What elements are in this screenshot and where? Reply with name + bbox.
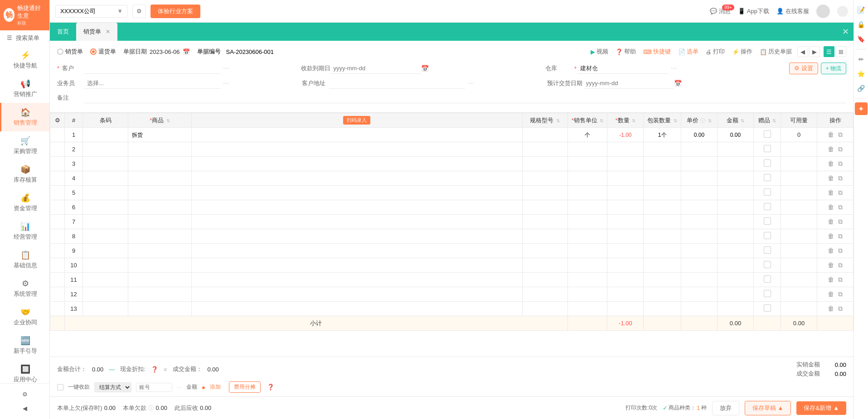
delete-btn-8[interactable]: 🗑 [826,247,835,254]
warehouse-dots[interactable]: ··· [668,64,679,72]
rt-bookmark-btn[interactable]: 🔖 [855,33,868,45]
list-view-btn[interactable]: ☰ [824,46,834,57]
cell-qty-9[interactable] [607,258,644,273]
rt-edit-btn[interactable]: ✏ [855,53,868,66]
cell-price-5[interactable] [681,200,718,215]
calc-method-select[interactable]: 结算方式 [94,382,131,392]
settings-btn[interactable]: ⚙ 设置 [789,63,818,74]
copy-btn-11[interactable]: ⧉ [837,290,844,298]
sidebar-item-purchase[interactable]: 🛒 采购管理 [0,131,49,160]
user-avatar[interactable] [816,5,830,18]
cell-amount-12[interactable] [718,302,754,316]
copy-btn-5[interactable]: ⧉ [837,203,844,211]
cell-price-10[interactable] [681,273,718,287]
rt-star-btn[interactable]: ⭐ [855,67,868,80]
copy-btn-4[interactable]: ⧉ [837,189,844,196]
cell-pkgqty-7[interactable] [644,229,681,244]
print-btn[interactable]: 🖨 打印 [704,47,727,57]
cell-unit-4[interactable] [567,186,607,200]
delete-btn-12[interactable]: 🗑 [826,305,835,312]
trial-button[interactable]: 体验行业方案 [150,5,200,18]
cell-barcode-7[interactable] [83,229,128,244]
cell-gift-4[interactable] [754,186,781,200]
next-btn[interactable]: ▶ [809,46,820,57]
discard-btn[interactable]: 放弃 [712,401,739,415]
cell-pkgqty-10[interactable] [644,273,681,287]
cell-barcode-5[interactable] [83,200,128,215]
cell-spec-11[interactable] [522,287,567,302]
cell-goods-8[interactable] [128,244,192,258]
cell-goods-5[interactable] [128,200,192,215]
topbar-gear-btn[interactable]: ⚙ [132,5,146,18]
cell-goods-12[interactable] [128,302,192,316]
delete-btn-11[interactable]: 🗑 [826,290,835,298]
cell-gift-10[interactable] [754,273,781,287]
prev-btn[interactable]: ◀ [797,46,808,57]
cell-barcode-2[interactable] [83,157,128,171]
cell-gift-7[interactable] [754,229,781,244]
select-btn[interactable]: 📄 选单 [676,47,700,57]
cell-unit-1[interactable] [567,142,607,157]
cell-spec-7[interactable] [522,229,567,244]
cell-barcode-0[interactable] [83,128,128,142]
cell-qty-12[interactable] [607,302,644,316]
cell-amount-10[interactable] [718,273,754,287]
cell-qty-10[interactable] [607,273,644,287]
sidebar-item-marketing[interactable]: 📢 营销推广 [0,74,49,103]
cell-barcode-8[interactable] [83,244,128,258]
salesman-input[interactable] [84,78,220,89]
customer-input[interactable] [84,63,220,74]
cell-pkgqty-11[interactable] [644,287,681,302]
cell-goods-4[interactable] [128,186,192,200]
doc-date-value[interactable]: 2023-06-06 [150,48,180,55]
cell-amount-7[interactable] [718,229,754,244]
video-btn[interactable]: ▶ 视频 [589,47,610,57]
grid-view-btn[interactable]: ⊞ [835,46,846,57]
salesman-dots[interactable]: ··· [220,79,232,87]
cell-spec-10[interactable] [522,273,567,287]
radio-sales[interactable]: 销货单 [57,48,83,56]
sidebar-item-quicknav[interactable]: ⚡ 快捷导航 [0,46,49,74]
history-btn[interactable]: 📋 历史单据 [758,47,794,57]
shortcut-btn[interactable]: ⌨ 快捷键 [641,47,673,57]
rt-link-btn[interactable]: 🔗 [855,82,868,95]
cell-spec-2[interactable] [522,157,567,171]
cell-unit-8[interactable] [567,244,607,258]
cell-gift-5[interactable] [754,200,781,215]
cell-pkgqty-2[interactable] [644,157,681,171]
save-draft-btn[interactable]: 保存草稿 ▲ [745,401,791,415]
cell-price-8[interactable] [681,244,718,258]
cell-qty-0[interactable] [607,128,644,142]
sidebar-item-operations[interactable]: 📊 经营管理 [0,217,49,246]
help-btn[interactable]: ❓ 帮助 [614,47,638,57]
cell-price-9[interactable] [681,258,718,273]
cell-spec-1[interactable] [522,142,567,157]
cell-barcode-10[interactable] [83,273,128,287]
add-amount-icon[interactable]: ● [202,384,205,391]
radio-return[interactable]: 退货单 [90,48,116,56]
cell-goods-7[interactable] [128,229,192,244]
payment-date-input[interactable] [330,63,421,74]
cell-unit-10[interactable] [567,273,607,287]
cell-unit-9[interactable] [567,258,607,273]
cell-goods-1[interactable] [128,142,192,157]
sidebar-item-system[interactable]: ⚙ 系统管理 [0,274,49,303]
cell-barcode-4[interactable] [83,186,128,200]
copy-btn-6[interactable]: ⧉ [837,218,844,225]
cell-barcode-11[interactable] [83,287,128,302]
cell-gift-1[interactable] [754,142,781,157]
cell-goods-11[interactable] [128,287,192,302]
copy-btn-1[interactable]: ⧉ [837,145,844,153]
online-service-btn[interactable]: 👤 在线客服 [776,7,809,15]
copy-btn-7[interactable]: ⧉ [837,232,844,240]
cell-amount-5[interactable] [718,200,754,215]
cell-pkgqty-3[interactable] [644,171,681,186]
logistics-btn[interactable]: + 物流 [821,63,846,74]
tab-sales-order[interactable]: 销货单 ✕ [76,23,117,41]
cell-barcode-3[interactable] [83,171,128,186]
cell-goods-10[interactable] [128,273,192,287]
delete-btn-7[interactable]: 🗑 [826,232,835,240]
cell-amount-4[interactable] [718,186,754,200]
cell-spec-0[interactable] [522,128,567,142]
cell-goods-6[interactable] [128,215,192,229]
